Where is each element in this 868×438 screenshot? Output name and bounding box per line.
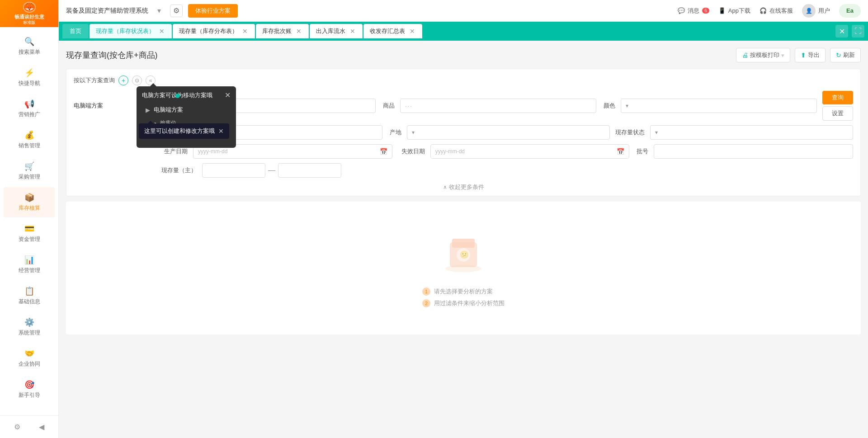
sidebar-item-system[interactable]: ⚙️ 系统管理 bbox=[4, 312, 55, 342]
sidebar-item-sales[interactable]: 💰 销售管理 bbox=[4, 125, 55, 155]
tooltip-text: 这里可以创建和修改方案哦 bbox=[144, 127, 215, 135]
logo-icon: 🦊 bbox=[23, 2, 36, 13]
message-item[interactable]: 💬 消息 6 bbox=[678, 7, 709, 15]
sidebar-item-label: 库存核算 bbox=[19, 204, 40, 212]
tab-label: 库存批次账 bbox=[262, 27, 292, 35]
sidebar-item-label: 营销推广 bbox=[19, 111, 40, 118]
prod-date-placeholder: yyyy-mm-dd bbox=[198, 148, 227, 155]
tab-inventory-status[interactable]: 现存量（库存状况表） ✕ bbox=[90, 24, 172, 38]
close-icon[interactable]: ✕ bbox=[158, 27, 165, 36]
goods-field[interactable]: ··· bbox=[400, 99, 596, 113]
sidebar-nav: 🔍 搜索菜单 ⚡ 快捷导航 📢 营销推广 💰 销售管理 🛒 采购管理 📦 库存核… bbox=[0, 27, 58, 415]
content-area: 现存量查询(按仓库+商品) 🖨 按模板打印 ▾ ⬆ 导出 ↻ 刷新 bbox=[59, 41, 868, 438]
sidebar-item-inventory[interactable]: 📦 库存核算 bbox=[4, 187, 55, 217]
guide-icon: 🎯 bbox=[24, 380, 34, 390]
refresh-button[interactable]: ↻ 刷新 bbox=[830, 48, 861, 62]
refresh-label: 刷新 bbox=[843, 51, 855, 59]
avatar: 👤 bbox=[802, 4, 816, 18]
copy-scheme-button[interactable]: ⊙ bbox=[132, 75, 142, 85]
tab-home[interactable]: 首页 bbox=[62, 24, 89, 38]
empty-tips: 1 请先选择要分析的方案 2 用过滤条件来缩小分析范围 bbox=[422, 287, 505, 307]
sidebar-item-quicknav[interactable]: ⚡ 快捷导航 bbox=[4, 62, 55, 93]
stock-main-to[interactable] bbox=[278, 163, 341, 178]
logo-text: 畅通诶好生意 bbox=[14, 14, 44, 20]
export-button[interactable]: ⬆ 导出 bbox=[795, 48, 826, 62]
logo-badge: 标准版 bbox=[23, 20, 35, 26]
stock-status-field[interactable]: ▾ bbox=[650, 125, 853, 140]
batch-label: 批号 bbox=[635, 147, 648, 155]
close-icon[interactable]: ✕ bbox=[295, 27, 302, 36]
collapse-up-icon: ∧ bbox=[443, 184, 447, 190]
svg-rect-2 bbox=[452, 239, 475, 248]
sidebar-item-basic[interactable]: 📋 基础信息 bbox=[4, 281, 55, 311]
add-scheme-button[interactable]: + bbox=[118, 75, 128, 85]
export-label: 导出 bbox=[808, 51, 820, 59]
stock-status-label: 现存量状态 bbox=[615, 128, 645, 137]
marketing-icon: 📢 bbox=[24, 99, 34, 109]
origin-field[interactable]: ▾ bbox=[407, 125, 610, 140]
page-header: 现存量查询(按仓库+商品) 🖨 按模板打印 ▾ ⬆ 导出 ↻ 刷新 bbox=[66, 48, 861, 62]
sidebar-item-label: 采购管理 bbox=[19, 173, 40, 181]
trial-button[interactable]: 体验行业方案 bbox=[188, 4, 238, 18]
create-scheme-tooltip: 这里可以创建和修改方案哦 ✕ bbox=[139, 123, 229, 139]
settings-gear[interactable]: ⚙ bbox=[170, 5, 183, 17]
support-item[interactable]: 🎧 在线客服 bbox=[760, 7, 793, 15]
settings-icon[interactable]: ⚙ bbox=[14, 423, 20, 431]
sidebar-item-guide[interactable]: 🎯 新手引导 bbox=[4, 374, 55, 405]
collapse-button[interactable]: ∧ 收起更多条件 bbox=[443, 183, 484, 191]
tab-label: 现存量（库存分布表） bbox=[179, 27, 238, 35]
close-icon[interactable]: ✕ bbox=[409, 27, 416, 36]
sidebar-logo: 🦊 畅通诶好生意 标准版 bbox=[0, 0, 58, 27]
tab-label: 出入库流水 bbox=[316, 27, 345, 35]
user-item[interactable]: 👤 用户 bbox=[802, 4, 830, 18]
finance-icon: 💳 bbox=[24, 224, 34, 234]
tab-collect-summary[interactable]: 收发存汇总表 ✕ bbox=[363, 24, 422, 38]
tab-inout-flow[interactable]: 出入库流水 ✕ bbox=[310, 24, 363, 38]
notification-badge: 6 bbox=[702, 8, 709, 14]
sidebar: 🦊 畅通诶好生意 标准版 🔍 搜索菜单 ⚡ 快捷导航 📢 营销推广 💰 销售管理… bbox=[0, 0, 59, 438]
stock-main-from[interactable] bbox=[202, 163, 265, 178]
sidebar-item-label: 资金管理 bbox=[19, 235, 40, 243]
sidebar-item-finance[interactable]: 💳 资金管理 bbox=[4, 218, 55, 249]
sidebar-item-search[interactable]: 🔍 搜索菜单 bbox=[4, 31, 55, 61]
close-icon[interactable]: ✕ bbox=[349, 27, 356, 36]
sidebar-item-label: 新手引导 bbox=[19, 391, 40, 399]
scheme-panel-close[interactable]: ✕ bbox=[225, 91, 231, 99]
sidebar-item-enterprise[interactable]: 🤝 企业协同 bbox=[4, 343, 55, 373]
tab-batch-account[interactable]: 库存批次账 ✕ bbox=[256, 24, 309, 38]
tab-inventory-dist[interactable]: 现存量（库存分布表） ✕ bbox=[173, 24, 255, 38]
inventory-icon: 📦 bbox=[24, 193, 34, 203]
sales-icon: 💰 bbox=[24, 130, 34, 140]
color-label: 颜色 bbox=[602, 102, 615, 110]
set-button[interactable]: 设置 bbox=[822, 106, 853, 121]
tip-num-1: 1 bbox=[422, 287, 430, 296]
expiry-date-label: 失效日期 bbox=[398, 147, 425, 155]
tooltip-close[interactable]: ✕ bbox=[218, 127, 224, 135]
collapse-sidebar-icon[interactable]: ◀ bbox=[39, 423, 44, 431]
sidebar-item-operations[interactable]: 📊 经营管理 bbox=[4, 250, 55, 280]
batch-field[interactable] bbox=[654, 144, 853, 159]
scheme-item-desktop[interactable]: ▶ 电脑端方案 bbox=[142, 103, 231, 117]
tab-close-all[interactable]: ✕ bbox=[835, 25, 848, 38]
sidebar-item-marketing[interactable]: 📢 营销推广 bbox=[4, 94, 55, 124]
user-label: 用户 bbox=[818, 7, 830, 15]
svg-text:😕: 😕 bbox=[460, 250, 469, 259]
sidebar-item-label: 企业协同 bbox=[19, 360, 40, 368]
ea-badge: Ea bbox=[839, 4, 861, 18]
sidebar-item-label: 销售管理 bbox=[19, 142, 40, 150]
print-button[interactable]: 🖨 按模板打印 ▾ bbox=[736, 48, 790, 62]
close-icon[interactable]: ✕ bbox=[241, 27, 249, 36]
expiry-date-field[interactable]: yyyy-mm-dd 📅 bbox=[430, 144, 630, 159]
tab-expand[interactable]: ⛶ bbox=[852, 25, 864, 38]
quicknav-icon: ⚡ bbox=[24, 68, 34, 78]
prod-date-label: 生产日期 bbox=[160, 147, 188, 155]
top-bar-right: 💬 消息 6 📱 App下载 🎧 在线客服 👤 用户 Ea bbox=[678, 4, 861, 18]
system-dropdown[interactable]: ▾ bbox=[154, 5, 165, 16]
sidebar-item-purchase[interactable]: 🛒 采购管理 bbox=[4, 156, 55, 186]
color-field[interactable]: ▾ bbox=[621, 99, 817, 113]
tab-label: 收发存汇总表 bbox=[370, 27, 405, 35]
app-download-item[interactable]: 📱 App下载 bbox=[718, 7, 750, 15]
query-button[interactable]: 查询 bbox=[822, 91, 853, 104]
empty-tip-1: 1 请先选择要分析的方案 bbox=[422, 287, 505, 296]
print-label: 按模板打印 bbox=[750, 51, 779, 59]
